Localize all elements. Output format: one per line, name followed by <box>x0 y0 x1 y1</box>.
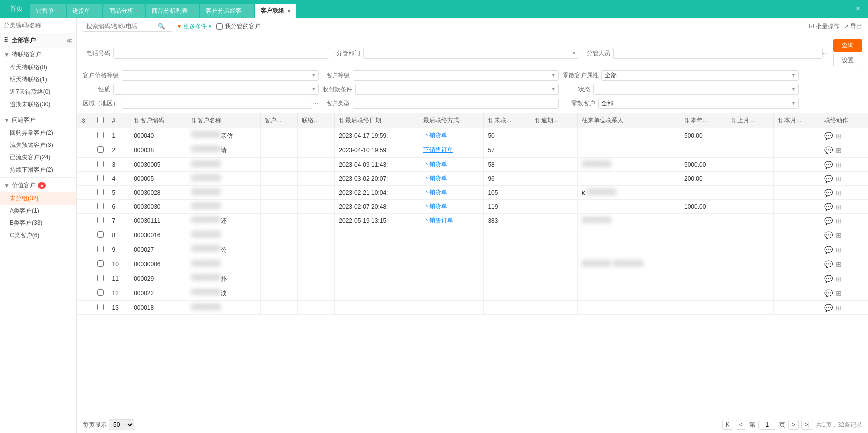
export-button[interactable]: ↗ 导出 <box>844 22 862 31</box>
select-all-checkbox[interactable] <box>97 117 104 123</box>
sidebar-group-value[interactable]: ▼ 价值客户 ● <box>0 179 76 192</box>
all-customers-header[interactable]: ⠿ 全部客户 ≪ <box>0 33 76 48</box>
chat-icon[interactable]: 💬 <box>824 275 833 283</box>
row-checkbox[interactable] <box>97 246 104 252</box>
last-method-link[interactable]: 下销售订单 <box>423 146 453 153</box>
grid-icon[interactable]: ⊞ <box>836 260 842 268</box>
sidebar-item-churned[interactable]: 已流失客户(24) <box>0 151 76 164</box>
row-checkbox[interactable] <box>97 189 104 195</box>
row-checkbox[interactable] <box>97 175 104 181</box>
sidebar-item-churn-warning[interactable]: 流失预警客户(3) <box>0 139 76 151</box>
grid-icon[interactable]: ⊞ <box>836 289 842 297</box>
sidebar-group-pending[interactable]: ▼ 待联络客户 <box>0 48 76 61</box>
window-close-button[interactable]: × <box>852 4 864 13</box>
chat-icon[interactable]: 💬 <box>824 189 833 197</box>
more-filters-button[interactable]: ▼ 更多条件 ∧ <box>176 22 212 31</box>
grid-icon[interactable]: ⊞ <box>836 203 842 211</box>
staff-input[interactable] <box>613 48 823 59</box>
row-checkbox[interactable] <box>97 146 104 153</box>
next-page-button[interactable]: > <box>788 420 799 430</box>
row-checkbox[interactable] <box>97 203 104 209</box>
row-checkbox[interactable] <box>97 231 104 238</box>
chat-icon[interactable]: 💬 <box>824 175 833 183</box>
close-icon[interactable]: × <box>245 8 248 14</box>
sidebar-search-input[interactable] <box>4 22 77 29</box>
my-customers-checkbox[interactable] <box>216 23 223 30</box>
chat-icon[interactable]: 💬 <box>824 146 833 154</box>
grid-icon[interactable]: ⊞ <box>836 161 842 169</box>
main-search-input[interactable] <box>86 23 156 30</box>
grid-icon[interactable]: ⊞ <box>836 275 842 283</box>
chat-icon[interactable]: 💬 <box>824 132 833 140</box>
batch-ops-button[interactable]: ☑ 批量操作 <box>809 22 840 31</box>
chat-icon[interactable]: 💬 <box>824 304 833 312</box>
last-method-link[interactable]: 下销售订单 <box>423 217 453 224</box>
grid-icon[interactable]: ⊞ <box>836 217 842 225</box>
sidebar-item-tomorrow-pending[interactable]: 明天待联络(1) <box>0 73 76 86</box>
sidebar-item-type-b[interactable]: B类客户(33) <box>0 217 76 229</box>
sidebar-item-7days-pending[interactable]: 近7天待联络(0) <box>0 86 76 98</box>
sidebar-item-today-pending[interactable]: 今天待联络(0) <box>0 61 76 73</box>
customer-grade-select[interactable] <box>353 70 558 81</box>
grid-icon[interactable]: ⊞ <box>836 246 842 254</box>
grid-icon[interactable]: ⊞ <box>836 231 842 239</box>
chat-icon[interactable]: 💬 <box>824 231 833 239</box>
last-method-link[interactable]: 下销货单 <box>423 175 447 182</box>
first-page-button[interactable]: K <box>722 420 733 430</box>
chat-icon[interactable]: 💬 <box>824 161 833 169</box>
retail-customer-select[interactable]: 全部 <box>598 98 799 109</box>
last-method-link[interactable]: 下销货单 <box>423 189 447 196</box>
prev-page-button[interactable]: < <box>736 420 746 430</box>
dept-select[interactable] <box>363 48 579 59</box>
close-icon[interactable]: × <box>136 8 139 14</box>
tab-sales-order[interactable]: 销售单 × <box>30 4 66 18</box>
chat-icon[interactable]: 💬 <box>824 203 833 211</box>
tab-customer-contact[interactable]: 客户联络 × <box>255 4 296 18</box>
sidebar-item-repurchase-abnormal[interactable]: 回购异常客户(2) <box>0 127 76 139</box>
price-grade-select[interactable] <box>122 70 319 81</box>
last-method-link[interactable]: 下销货单 <box>423 203 447 210</box>
status-select[interactable] <box>593 84 799 95</box>
tab-product-analysis[interactable]: 商品分析 × <box>103 4 145 18</box>
row-checkbox[interactable] <box>97 161 104 167</box>
close-icon[interactable]: × <box>57 8 60 14</box>
settings-icon[interactable]: ⚙ <box>81 117 86 124</box>
row-checkbox[interactable] <box>97 260 104 267</box>
home-tab[interactable]: 首页 <box>4 0 29 18</box>
grid-icon[interactable]: ⊞ <box>836 146 842 154</box>
close-icon[interactable]: × <box>191 8 194 14</box>
retail-attr-select[interactable]: 全部 <box>601 70 799 81</box>
phone-input[interactable] <box>113 48 329 59</box>
sidebar-group-problem[interactable]: ▼ 问题客户 <box>0 113 76 127</box>
sidebar-item-type-a[interactable]: A类客户(1) <box>0 205 76 217</box>
row-checkbox[interactable] <box>97 275 104 281</box>
grid-icon[interactable]: ⊞ <box>836 175 842 183</box>
chat-icon[interactable]: 💬 <box>824 289 833 297</box>
grid-icon[interactable]: ⊞ <box>836 304 842 312</box>
pay-term-select[interactable] <box>355 84 558 95</box>
customer-type-input[interactable] <box>353 98 558 109</box>
close-icon[interactable]: × <box>287 8 290 14</box>
page-size-select[interactable]: 50 100 200 <box>109 419 134 430</box>
last-method-link[interactable]: 下销货单 <box>423 161 447 168</box>
grid-icon[interactable]: ⊞ <box>836 189 842 197</box>
search-icon[interactable]: 🔍 <box>158 23 165 30</box>
close-icon[interactable]: × <box>93 8 96 14</box>
row-checkbox[interactable] <box>97 217 104 223</box>
row-checkbox[interactable] <box>97 289 104 296</box>
chat-icon[interactable]: 💬 <box>824 217 833 225</box>
tab-product-analysis-list[interactable]: 商品分析列表 × <box>146 4 200 18</box>
row-checkbox[interactable] <box>97 304 104 310</box>
area-more-icon[interactable]: ··· <box>312 100 319 107</box>
sidebar-item-ungrouped[interactable]: 未分组(32) <box>0 192 76 205</box>
tab-customer-segmentation[interactable]: 客户分层经客 × <box>200 4 254 18</box>
reset-button[interactable]: 设置 <box>833 54 862 67</box>
more-icon[interactable]: ··· <box>823 50 829 57</box>
row-checkbox[interactable] <box>97 132 104 138</box>
sidebar-item-declining[interactable]: 持续下滑客户(2) <box>0 164 76 176</box>
sidebar-item-overdue[interactable]: 逾期未联络(30) <box>0 98 76 111</box>
area-input[interactable] <box>122 98 312 109</box>
last-page-button[interactable]: >| <box>801 420 813 430</box>
sidebar-item-type-c[interactable]: C类客户(6) <box>0 229 76 242</box>
page-number-input[interactable] <box>758 420 776 430</box>
